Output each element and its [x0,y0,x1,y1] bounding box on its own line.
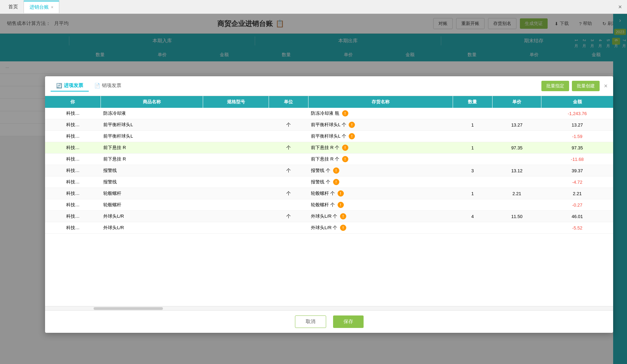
cell-amount: -5.52 [541,222,613,234]
window-close-button[interactable]: × [613,0,627,14]
modal-close-button[interactable]: × [604,83,608,90]
th-unit: 单位 [269,96,308,108]
modal-header: 🔄 进项发票 📄 销项发票 批量指定 批量创建 × [45,76,613,96]
warning-icon: ! [349,122,355,128]
th-qty: 数量 [453,96,493,108]
cell-product: 报警线 [101,165,203,176]
table-row[interactable]: 科技… 前平衡杆球头L 前平衡杆球头L 个 ! -1.59 [45,131,613,142]
cell-amount: 39.37 [541,165,613,176]
modal-scrollbar-thumb [94,307,163,310]
table-row[interactable]: 科技… 外球头L/R 个 外球头L/R 个 ! 4 11.50 46.01 [45,211,613,222]
cell-unit [269,108,308,119]
cell-qty: 1 [453,142,493,154]
cell-product: 报警线 [101,176,203,188]
warning-icon: ! [333,179,339,185]
cell-qty [453,176,493,188]
warning-icon: ! [342,110,348,116]
th-product: 商品名称 [101,96,203,108]
cell-spec [203,154,269,165]
batch-create-button[interactable]: 批量创建 [572,81,600,91]
cell-inventory: 轮毂螺杆 个 ! [308,199,453,211]
table-row[interactable]: 科技… 轮毂螺杆 轮毂螺杆 个 ! -0.27 [45,199,613,211]
cell-company: 科技… [45,199,101,211]
cell-amount: -4.72 [541,176,613,188]
cell-price: 13.12 [492,165,541,176]
cell-company: 科技… [45,154,101,165]
th-price: 单价 [492,96,541,108]
cell-company: 科技… [45,108,101,119]
cell-unit: 个 [269,165,308,176]
cell-unit: 个 [269,188,308,199]
cell-qty: 3 [453,165,493,176]
table-row[interactable]: 科技… 报警线 报警线 个 ! -4.72 [45,176,613,188]
cell-inventory: 前平衡杆球头L 个 ! [308,119,453,131]
cell-qty: 1 [453,119,493,131]
cell-spec [203,119,269,131]
table-row[interactable]: 科技… 报警线 个 报警线 个 ! 3 13.12 39.37 [45,165,613,176]
cell-price [492,131,541,142]
cell-inventory: 前下悬挂 R 个 ! [308,154,453,165]
tab-outbound-invoice[interactable]: 📄 销项发票 [89,80,127,92]
modal-scrollbar[interactable] [45,306,613,310]
modal-tabs: 🔄 进项发票 📄 销项发票 [51,80,541,92]
tab-active[interactable]: 进销台账 × [24,1,59,13]
cell-qty [453,222,493,234]
batch-assign-button[interactable]: 批量指定 [541,81,569,91]
modal-table: 你 商品名称 规格型号 单位 存货名称 数量 单价 金额 科技… 防冻冷却液 [45,96,613,234]
cell-price: 2.21 [492,188,541,199]
cell-unit [269,222,308,234]
cell-price [492,222,541,234]
modal-dialog: 🔄 进项发票 📄 销项发票 批量指定 批量创建 × 你 商品名 [45,76,613,333]
cell-unit [269,199,308,211]
cell-company: 科技… [45,119,101,131]
tab-bar: 首页 进销台账 × × [0,0,627,14]
table-row[interactable]: 科技… 前平衡杆球头L 个 前平衡杆球头L 个 ! 1 13.27 13.27 [45,119,613,131]
cell-inventory: 外球头L/R 个 ! [308,222,453,234]
cell-qty: 4 [453,211,493,222]
cell-unit [269,176,308,188]
cell-unit: 个 [269,142,308,154]
cell-spec [203,142,269,154]
warning-icon: ! [342,145,348,151]
app-area: 销售成本计算方法： 月平均 商贸企业进销台账 📋 对账 重新开账 存货别名 生成… [0,14,627,364]
cell-company: 科技… [45,211,101,222]
cell-company: 科技… [45,165,101,176]
modal-header-actions: 批量指定 批量创建 [541,81,600,91]
cell-amount: 97.35 [541,142,613,154]
save-button[interactable]: 保存 [333,315,364,328]
warning-icon: ! [340,213,346,219]
modal-footer: 取消 保存 [45,310,613,333]
outbound-tab-icon: 📄 [94,83,100,88]
table-row[interactable]: 科技… 前下悬挂 R 前下悬挂 R 个 ! -11.68 [45,154,613,165]
table-row[interactable]: 科技… 外球头L/R 外球头L/R 个 ! -5.52 [45,222,613,234]
cell-amount: -0.27 [541,199,613,211]
table-row[interactable]: 科技… 轮毂螺杆 个 轮毂螺杆 个 ! 1 2.21 2.21 [45,188,613,199]
cell-spec [203,211,269,222]
th-company: 你 [45,96,101,108]
cell-spec [203,108,269,119]
tab-home[interactable]: 首页 [3,1,24,13]
table-row[interactable]: 科技… 防冻冷却液 防冻冷却液 瓶 ! -1,243.76 [45,108,613,119]
tab-active-close[interactable]: × [51,5,53,10]
modal-table-wrap[interactable]: 你 商品名称 规格型号 单位 存货名称 数量 单价 金额 科技… 防冻冷却液 [45,96,613,306]
cell-product: 外球头L/R [101,222,203,234]
cell-spec [203,131,269,142]
cell-qty: 1 [453,188,493,199]
cell-price [492,176,541,188]
warning-icon: ! [349,133,355,139]
cancel-button[interactable]: 取消 [295,315,326,328]
cell-inventory: 防冻冷却液 瓶 ! [308,108,453,119]
table-row[interactable]: 科技… 前下悬挂 R 个 前下悬挂 R 个 ! 1 97.35 97.35 [45,142,613,154]
tab-inbound-invoice[interactable]: 🔄 进项发票 [51,80,89,92]
cell-product: 前平衡杆球头L [101,131,203,142]
cell-amount: -1,243.76 [541,108,613,119]
th-amount: 金额 [541,96,613,108]
outbound-tab-label: 销项发票 [102,83,121,89]
cell-company: 科技… [45,222,101,234]
cell-price: 11.50 [492,211,541,222]
cell-price [492,199,541,211]
cell-spec [203,165,269,176]
cell-company: 科技… [45,176,101,188]
cell-price [492,154,541,165]
cell-spec [203,199,269,211]
